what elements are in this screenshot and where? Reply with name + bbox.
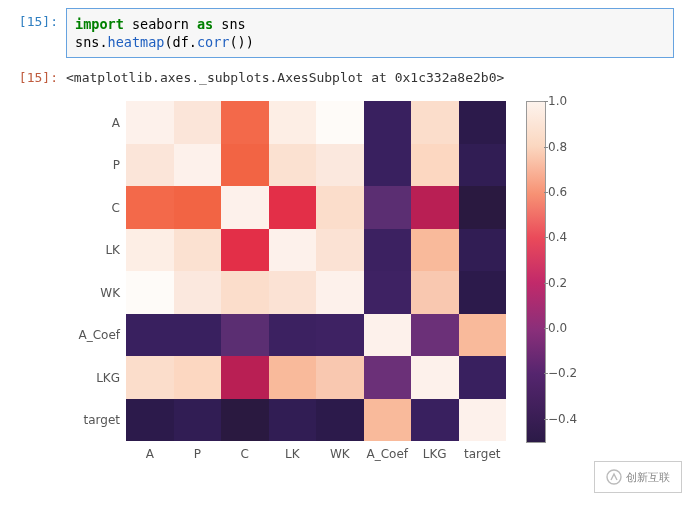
heatmap-cell	[174, 144, 222, 187]
out-repr: <matplotlib.axes._subplots.AxesSubplot a…	[66, 64, 674, 85]
x-tick-label: A_Coef	[364, 443, 412, 473]
heatmap-cell	[364, 186, 412, 229]
heatmap-cell	[411, 314, 459, 357]
heatmap-cell	[411, 229, 459, 272]
heatmap-cell	[126, 314, 174, 357]
kw-as: as	[197, 16, 213, 32]
heatmap-cell	[364, 229, 412, 272]
y-tick-label: A_Coef	[66, 314, 124, 357]
y-tick-label: LK	[66, 229, 124, 272]
input-cell: [15]: import seaborn as sns sns.heatmap(…	[8, 8, 674, 58]
x-tick-label: P	[174, 443, 222, 473]
heatmap-cell	[316, 186, 364, 229]
out-prompt: [15]:	[8, 64, 66, 85]
colorbar-tick: −0.2	[548, 366, 577, 380]
heatmap-cell	[174, 186, 222, 229]
heatmap-cell	[459, 399, 507, 442]
heatmap-cell	[269, 144, 317, 187]
heatmap-cell	[221, 399, 269, 442]
heatmap-cell	[411, 101, 459, 144]
heatmap-cell	[126, 271, 174, 314]
colorbar-tick: 0.8	[548, 140, 567, 154]
heatmap-cell	[316, 144, 364, 187]
heatmap-cell	[316, 229, 364, 272]
colorbar	[526, 101, 546, 443]
x-tick-label: C	[221, 443, 269, 473]
heatmap-cell	[174, 271, 222, 314]
colorbar-tick: 1.0	[548, 94, 567, 108]
heatmap-cell	[459, 271, 507, 314]
colorbar-ticks: 1.00.80.60.40.20.0−0.2−0.4	[548, 101, 608, 441]
heatmap-cell	[269, 356, 317, 399]
heatmap-cell	[126, 399, 174, 442]
heatmap-cell	[364, 314, 412, 357]
y-tick-label: C	[66, 186, 124, 229]
heatmap-cell	[316, 271, 364, 314]
watermark-text: 创新互联	[626, 470, 670, 485]
x-tick-label: LK	[269, 443, 317, 473]
heatmap-plot: APCLKWKA_CoefLKGtarget APCLKWKA_CoefLKGt…	[66, 91, 626, 491]
heatmap-cell	[269, 314, 317, 357]
heatmap-cell	[459, 101, 507, 144]
heatmap-cell	[411, 399, 459, 442]
heatmap-cell	[174, 314, 222, 357]
heatmap-cell	[459, 186, 507, 229]
kw-import: import	[75, 16, 124, 32]
y-tick-label: LKG	[66, 356, 124, 399]
heatmap-cell	[269, 186, 317, 229]
svg-point-0	[607, 470, 621, 484]
heatmap-cell	[459, 356, 507, 399]
y-tick-label: WK	[66, 271, 124, 314]
heatmap-cell	[221, 144, 269, 187]
heatmap-cell	[126, 186, 174, 229]
heatmap-cell	[364, 271, 412, 314]
colorbar-tick: 0.4	[548, 230, 567, 244]
colorbar-tick: −0.4	[548, 412, 577, 426]
heatmap-cell	[269, 271, 317, 314]
heatmap-cell	[221, 101, 269, 144]
heatmap-cell	[364, 399, 412, 442]
heatmap-cell	[411, 356, 459, 399]
y-axis-labels: APCLKWKA_CoefLKGtarget	[66, 101, 124, 441]
heatmap-cell	[126, 101, 174, 144]
heatmap-cell	[221, 186, 269, 229]
heatmap-cell	[459, 144, 507, 187]
heatmap-cell	[126, 229, 174, 272]
colorbar-tick: 0.0	[548, 321, 567, 335]
module-name: seaborn	[124, 16, 197, 32]
watermark-icon	[606, 469, 622, 485]
obj-sns: sns	[75, 34, 99, 50]
heatmap-cell	[316, 356, 364, 399]
x-axis-labels: APCLKWKA_CoefLKGtarget	[126, 443, 506, 473]
in-prompt: [15]:	[8, 8, 66, 29]
heatmap-cell	[411, 144, 459, 187]
fn-corr: corr	[197, 34, 230, 50]
output-cell: [15]: <matplotlib.axes._subplots.AxesSub…	[8, 64, 674, 85]
heatmap-cell	[411, 271, 459, 314]
y-tick-label: target	[66, 399, 124, 442]
x-tick-label: LKG	[411, 443, 459, 473]
heatmap-cell	[411, 186, 459, 229]
heatmap-cell	[221, 229, 269, 272]
heatmap-cell	[269, 399, 317, 442]
heatmap-grid	[126, 101, 506, 441]
code-editor[interactable]: import seaborn as sns sns.heatmap(df.cor…	[66, 8, 674, 58]
heatmap-cell	[221, 271, 269, 314]
heatmap-cell	[364, 356, 412, 399]
heatmap-cell	[174, 399, 222, 442]
heatmap-cell	[174, 101, 222, 144]
heatmap-cell	[316, 101, 364, 144]
x-tick-label: WK	[316, 443, 364, 473]
heatmap-cell	[174, 229, 222, 272]
heatmap-cell	[221, 314, 269, 357]
heatmap-cell	[269, 101, 317, 144]
colorbar-tick: 0.2	[548, 276, 567, 290]
heatmap-cell	[316, 399, 364, 442]
y-tick-label: P	[66, 144, 124, 187]
heatmap-cell	[459, 314, 507, 357]
heatmap-cell	[221, 356, 269, 399]
heatmap-cell	[459, 229, 507, 272]
x-tick-label: target	[459, 443, 507, 473]
heatmap-cell	[174, 356, 222, 399]
heatmap-cell	[364, 144, 412, 187]
